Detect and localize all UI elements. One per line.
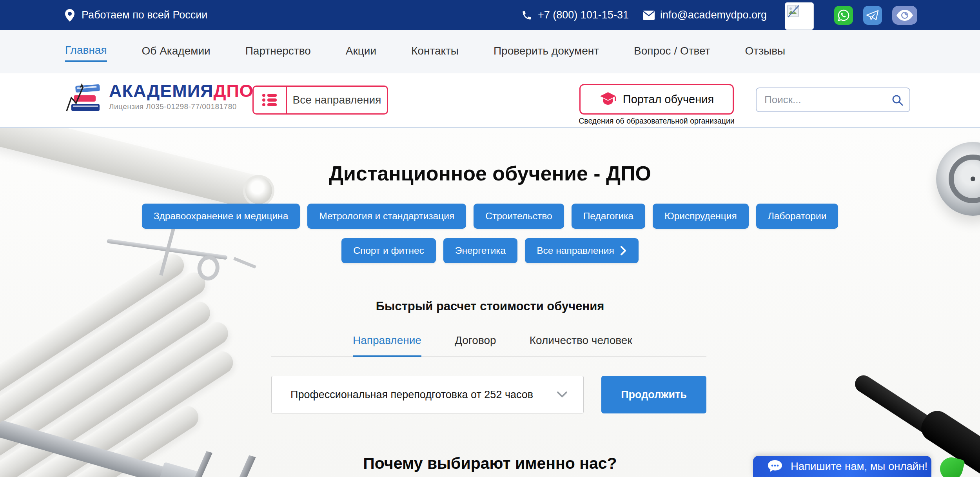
hero-section: Дистанционное обучение - ДПО Здравоохран… (0, 128, 980, 477)
nav-item-reviews[interactable]: Отзывы (745, 42, 786, 61)
chevron-down-icon (557, 391, 568, 398)
search-icon (891, 94, 903, 106)
nav-item-faq[interactable]: Вопрос / Ответ (634, 42, 710, 61)
location-pin-icon (65, 9, 74, 22)
category-laboratories-button[interactable]: Лаборатории (756, 204, 838, 229)
continue-button[interactable]: Продолжить (601, 376, 706, 413)
logo-title: АКАДЕМИЯДПО (109, 80, 254, 102)
all-directions-hero-button[interactable]: Все направления (525, 238, 639, 263)
nav-item-home[interactable]: Главная (65, 42, 107, 62)
program-select-value: Профессиональная переподготовка от 252 ч… (290, 389, 533, 401)
phone-icon (521, 10, 532, 21)
site-header: АКАДЕМИЯДПО Лицензия Л035-01298-77/00181… (0, 73, 980, 128)
email-link[interactable]: info@academydpo.org (643, 9, 767, 21)
nav-item-promotions[interactable]: Акции (346, 42, 376, 61)
list-icon (254, 87, 287, 113)
category-buttons: Здравоохранение и медицина Метрология и … (0, 204, 980, 263)
category-law-button[interactable]: Юриспруденция (653, 204, 749, 229)
phone-number: +7 (800) 101-15-31 (538, 9, 629, 21)
telegram-icon[interactable] (863, 6, 882, 25)
category-healthcare-button[interactable]: Здравоохранение и медицина (142, 204, 300, 229)
category-sport-button[interactable]: Спорт и фитнес (341, 238, 436, 263)
calculator-tabs: Направление Договор Количество человек (271, 334, 706, 357)
category-row-1: Здравоохранение и медицина Метрология и … (142, 204, 838, 229)
tab-contract[interactable]: Договор (455, 334, 496, 356)
location-text: Работаем по всей России (82, 9, 207, 21)
nav-item-contacts[interactable]: Контакты (411, 42, 459, 61)
logo-accent-text: ДПО (213, 81, 253, 101)
category-metrology-button[interactable]: Метрология и стандартизация (307, 204, 466, 229)
phone-link[interactable]: +7 (800) 101-15-31 (521, 9, 629, 21)
main-navigation: Главная Об Академии Партнерство Акции Ко… (0, 30, 980, 73)
topbar: Работаем по всей России +7 (800) 101-15-… (0, 0, 980, 30)
tab-people-count[interactable]: Количество человек (530, 334, 632, 356)
license-text: Лицензия Л035-01298-77/00181780 (109, 102, 254, 111)
tab-direction[interactable]: Направление (353, 334, 421, 357)
chat-label: Напишите нам, мы онлайн! (791, 460, 927, 473)
nav-item-partnership[interactable]: Партнерство (245, 42, 311, 61)
calculator-form: Профессиональная переподготовка от 252 ч… (271, 376, 706, 413)
portal-button[interactable]: Портал обучения (579, 84, 734, 115)
category-row-2: Спорт и фитнес Энергетика Все направлени… (341, 238, 639, 263)
all-directions-label: Все направления (287, 87, 387, 113)
org-info-link[interactable]: Сведения об образовательной организации (570, 117, 743, 126)
search-input[interactable] (757, 94, 891, 106)
chevron-right-icon (620, 246, 627, 256)
zen-eye-icon[interactable] (892, 6, 917, 25)
all-directions-button[interactable]: Все направления (252, 86, 388, 115)
nav-item-about[interactable]: Об Академии (142, 42, 211, 61)
search-button[interactable] (891, 94, 903, 106)
location-info: Работаем по всей России (65, 9, 207, 22)
category-pedagogy-button[interactable]: Педагогика (572, 204, 645, 229)
category-energy-button[interactable]: Энергетика (443, 238, 517, 263)
email-text: info@academydpo.org (660, 9, 767, 21)
page-title: Дистанционное обучение - ДПО (0, 162, 980, 185)
graduation-cap-icon (599, 91, 617, 107)
program-select[interactable]: Профессиональная переподготовка от 252 ч… (271, 376, 584, 413)
portal-button-label: Портал обучения (623, 93, 714, 106)
category-construction-button[interactable]: Строительство (474, 204, 564, 229)
search-box (756, 87, 910, 112)
chat-widget[interactable]: Напишите нам, мы онлайн! (753, 456, 931, 477)
whatsapp-icon[interactable] (834, 6, 853, 25)
all-directions-hero-label: Все направления (537, 245, 614, 256)
topbar-contacts: +7 (800) 101-15-31 info@academydpo.org (521, 1, 917, 30)
email-icon (643, 11, 655, 20)
logo-main-text: АКАДЕМИЯ (109, 81, 213, 101)
broken-image-placeholder (785, 2, 814, 30)
logo[interactable]: АКАДЕМИЯДПО Лицензия Л035-01298-77/00181… (65, 80, 254, 117)
books-logo-icon (65, 80, 103, 117)
calculator-heading: Быстрый расчет стоимости обучения (0, 299, 980, 313)
nav-item-verify-document[interactable]: Проверить документ (494, 42, 599, 61)
chat-bubble-icon (767, 459, 783, 473)
